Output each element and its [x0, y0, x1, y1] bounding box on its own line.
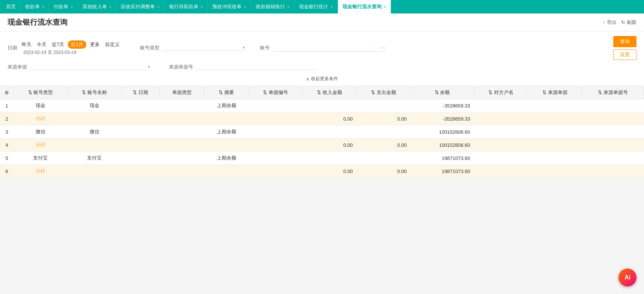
account-no-label: 账号 [260, 45, 270, 51]
cell-balance: 19871073.60 [410, 165, 474, 178]
dots-button[interactable]: ··· [380, 45, 385, 51]
shortcut-today[interactable]: 今天 [35, 40, 48, 49]
cell-summary: 上期余额 [204, 152, 249, 165]
column-source-doc-no[interactable]: ⇅ 来源单据号 [582, 86, 644, 99]
sort-icon: ⇅ [598, 90, 602, 95]
cell-expense [356, 152, 410, 165]
column-balance[interactable]: ⇅ 余额 [410, 86, 474, 99]
filter-bar: 日期 昨天 今天 近7天 近1月 更多 自定义 2023-02-24 至 202… [0, 31, 644, 86]
nav-tab-ar-ap-adjust[interactable]: 应收应付调整单 × [116, 0, 164, 13]
source-doc-no-input[interactable] [196, 64, 316, 70]
shortcut-1month[interactable]: 近1月 [68, 40, 86, 49]
column-source-doc[interactable]: ⇅ 来源单据 [528, 86, 582, 99]
cell-summary [204, 139, 249, 152]
cell-source-doc-no [582, 139, 644, 152]
cell-account-name: 支付宝 [68, 152, 122, 165]
refresh-button[interactable]: ↻ 刷新 [621, 19, 636, 26]
nav-tab-home[interactable]: 首页 [2, 0, 21, 13]
cell-account-name [68, 165, 122, 178]
date-shortcuts: 昨天 今天 近7天 近1月 更多 自定义 [20, 40, 121, 49]
nav-tab-receipt[interactable]: 收款单 × [21, 0, 49, 13]
close-icon[interactable]: × [42, 4, 44, 9]
close-icon[interactable]: × [71, 4, 73, 9]
table-row: 4小计0.000.00100102606.60 [0, 139, 644, 152]
chevron-down-icon: ▾ [243, 45, 245, 50]
nav-tab-writeoff[interactable]: 收款核销执行 × [251, 0, 294, 13]
column-gear[interactable]: ⚙ [0, 86, 14, 99]
settings-button[interactable]: 设置 [613, 49, 636, 60]
nav-tab-receipt-label: 收款单 [25, 3, 40, 10]
gear-icon[interactable]: ⚙ [5, 90, 9, 96]
close-icon[interactable]: × [384, 4, 386, 9]
nav-tab-bank-deposit[interactable]: 银行存取款单 × [165, 0, 208, 13]
action-buttons: 查询 设置 [613, 36, 636, 60]
cell-doc-no [249, 165, 303, 178]
sort-icon: ⇅ [371, 90, 375, 95]
close-icon[interactable]: × [157, 4, 159, 9]
source-doc-input[interactable] [30, 64, 148, 70]
cell-balance: -3528659.33 [410, 112, 474, 125]
account-no-input[interactable] [273, 45, 379, 51]
nav-tab-payment[interactable]: 付款单 × [49, 0, 78, 13]
cell-account-type: 现金 [14, 99, 68, 112]
cell-income [303, 99, 357, 112]
cell-account-type: 支付宝 [14, 152, 68, 165]
column-expense[interactable]: ⇅ 支出金额 [356, 86, 410, 99]
cell-counterpart [474, 139, 528, 152]
nav-tab-cash-flow[interactable]: 现金银行流水查询 × [338, 0, 391, 13]
table-row: 2小计0.000.00-3528659.33 [0, 112, 644, 125]
cell-counterpart [474, 165, 528, 178]
account-type-input[interactable] [162, 45, 243, 51]
shortcut-7days[interactable]: 近7天 [50, 40, 66, 49]
data-table-container: ⚙ ⇅ 账号类型 ⇅ 账号名称 ⇅ 日期 单据类型 ⇅ 摘要 [0, 86, 644, 178]
account-no-field: ··· [273, 45, 385, 52]
sort-icon: ⇅ [82, 90, 86, 95]
filter-row-1: 日期 昨天 今天 近7天 近1月 更多 自定义 2023-02-24 至 202… [8, 36, 636, 60]
cell-doc-no [249, 112, 303, 125]
close-icon[interactable]: × [244, 4, 246, 9]
cell-expense [356, 125, 410, 139]
query-button[interactable]: 查询 [613, 36, 636, 47]
account-type-select-wrapper: ▾ [162, 45, 245, 51]
cell-summary: 上期余额 [204, 125, 249, 139]
cell-summary: 上期余额 [204, 99, 249, 112]
table-row: 6小计0.000.0019871073.60 [0, 165, 644, 178]
nav-tab-payment-label: 付款单 [54, 3, 68, 10]
cell-doc-type [159, 139, 204, 152]
account-no-filter-group: 账号 ··· [260, 45, 385, 52]
column-doc-type[interactable]: 单据类型 [159, 86, 204, 99]
nav-tab-home-label: 首页 [6, 3, 16, 10]
nav-tab-cash-stat[interactable]: 现金银行统计 × [294, 0, 338, 13]
cell-expense [356, 99, 410, 112]
shortcut-custom[interactable]: 自定义 [104, 40, 121, 49]
top-navigation: 首页 收款单 × 付款单 × 其他收入单 × 应收应付调整单 × 银行存取款单 … [0, 0, 644, 13]
column-account-name[interactable]: ⇅ 账号名称 [68, 86, 122, 99]
cell-account-type: 微信 [14, 125, 68, 139]
nav-tab-cash-flow-label: 现金银行流水查询 [342, 3, 381, 10]
export-button[interactable]: ↑ 导出 [603, 19, 617, 26]
shortcut-more[interactable]: 更多 [89, 40, 101, 49]
collapse-filter-bar[interactable]: ∧ 收起更多条件 [8, 74, 636, 83]
shortcut-yesterday[interactable]: 昨天 [20, 40, 33, 49]
nav-tab-prepay-offset[interactable]: 预收冲应收单 × [208, 0, 251, 13]
cell-counterpart [474, 125, 528, 139]
date-filter-group: 日期 昨天 今天 近7天 近1月 更多 自定义 2023-02-24 至 202… [8, 40, 121, 56]
cell-source-doc [528, 99, 582, 112]
column-doc-no[interactable]: ⇅ 单据编号 [249, 86, 303, 99]
column-counterpart[interactable]: ⇅ 对方户名 [474, 86, 528, 99]
column-summary[interactable]: ⇅ 摘要 [204, 86, 249, 99]
column-income[interactable]: ⇅ 收入金额 [303, 86, 357, 99]
column-account-type[interactable]: ⇅ 账号类型 [14, 86, 68, 99]
close-icon[interactable]: × [287, 4, 290, 9]
close-icon[interactable]: × [201, 4, 203, 9]
source-doc-no-label: 来源单据号 [169, 64, 193, 70]
cell-balance: -3528659.33 [410, 99, 474, 112]
column-date[interactable]: ⇅ 日期 [122, 86, 159, 99]
refresh-icon: ↻ [621, 19, 625, 25]
cell-income: 0.00 [303, 165, 357, 178]
nav-tab-other-income[interactable]: 其他收入单 × [78, 0, 116, 13]
date-control: 昨天 今天 近7天 近1月 更多 自定义 2023-02-24 至 2023-0… [20, 40, 121, 56]
close-icon[interactable]: × [109, 4, 111, 9]
cell-account-type: 小计 [14, 139, 68, 152]
close-icon[interactable]: × [330, 4, 333, 9]
